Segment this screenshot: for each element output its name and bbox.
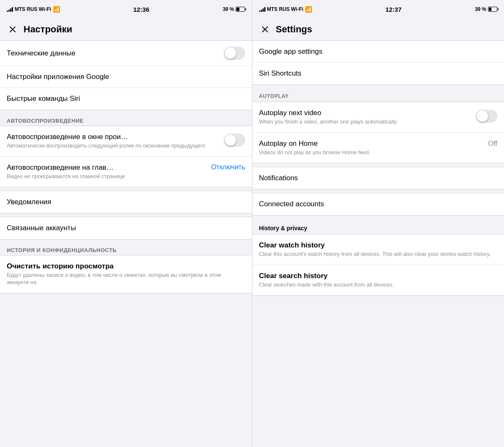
item-title: Технические данные [7,49,76,57]
item-title: Google app settings [259,47,323,56]
list-item[interactable]: Clear watch history Clear this account's… [252,234,504,265]
list-item[interactable]: Настройки приложения Google [0,66,252,88]
right-top-section: Google app settings Siri Shortcuts [252,40,504,85]
left-close-button[interactable] [7,24,18,35]
item-title: Автовоспроизведение на глав… [7,163,113,171]
left-top-section: Технические данные Настройки приложения … [0,40,252,110]
item-title: Настройки приложения Google [7,73,109,81]
list-item[interactable]: Автовоспроизведение на глав… Видео не пр… [0,157,252,187]
right-panel: Settings Google app settings Siri Shortc… [252,18,504,447]
main-panels: Настройки Технические данные Настройки п… [0,18,504,447]
right-history-section: Clear watch history Clear this account's… [252,234,504,296]
item-title: Clear search history [259,272,328,280]
right-carrier: MTS RUS Wi-Fi [267,6,304,12]
connected-label: Связанные аккаунты [7,224,76,232]
technical-toggle[interactable] [224,47,245,60]
item-title: Clear watch history [259,241,325,249]
autoplay-next-toggle[interactable] [476,110,497,123]
left-autoplay-section: Автовоспроизведение в окне прои… Автомат… [0,126,252,187]
item-subtitle: Видео не проигрываются на главной страни… [7,173,206,180]
right-status-bar: MTS RUS Wi-Fi 📶 12:37 39 % [252,0,504,18]
left-notifications-item[interactable]: Уведомления [0,191,252,213]
connected-label: Connected accounts [259,200,324,208]
left-connected-item[interactable]: Связанные аккаунты [0,217,252,239]
item-title: Autoplay on Home [259,139,318,147]
right-history-header: History & privacy [252,219,504,234]
left-carrier: MTS RUS Wi-Fi [15,6,51,12]
item-title: Siri Shortcuts [259,69,302,78]
right-battery-pct: 39 % [475,6,486,12]
list-item[interactable]: Clear search history Clear searches made… [252,265,504,295]
item-subtitle: Clear searches made with this account fr… [259,281,493,289]
right-wifi-icon: 📶 [305,6,312,13]
right-header: Settings [252,18,504,40]
left-panel-title: Настройки [24,24,72,35]
list-item[interactable]: Autoplay next video When you finish a vi… [252,102,504,133]
left-autoplay-header: АВТОВОСПРОИЗВЕДЕНИЕ [0,113,252,126]
right-signal-icon [259,7,265,12]
right-panel-title: Settings [276,24,312,35]
item-title: Autoplay next video [259,109,321,117]
left-battery-pct: 39 % [223,6,234,12]
autoplay-window-toggle[interactable] [224,134,245,147]
status-bars: MTS RUS Wi-Fi 📶 12:36 39 % MTS RUS Wi-Fi… [0,0,504,18]
item-subtitle: When you finish a video, another one pla… [259,118,471,126]
item-subtitle: Будут удалены записи о видео, в том числ… [7,272,240,286]
item-subtitle: Clear this account's watch history from … [259,251,493,258]
right-connected-item[interactable]: Connected accounts [252,193,504,216]
list-item[interactable]: Autoplay on Home Videos do not play as y… [252,133,504,163]
autoplay-home-value: Off [488,139,497,148]
right-close-button[interactable] [259,24,271,35]
autoplay-home-value: Отключить [211,163,245,171]
left-battery-icon [236,7,245,12]
list-item[interactable]: Быстрые команды Siri [0,88,252,110]
list-item[interactable]: Очистить историю просмотра Будут удалены… [0,255,252,293]
item-title: Автовоспроизведение в окне прои… [7,133,128,141]
right-notifications-item[interactable]: Notifications [252,167,504,189]
left-signal-icon [7,7,13,12]
item-title: Очистить историю просмотра [7,262,114,270]
left-history-section: Очистить историю просмотра Будут удалены… [0,255,252,293]
right-battery-icon [488,7,497,12]
right-autoplay-section: Autoplay next video When you finish a vi… [252,102,504,163]
item-subtitle: Videos do not play as you browse Home fe… [259,149,483,156]
right-autoplay-header: AUTOPLAY [252,88,504,102]
right-time: 12:37 [386,6,402,13]
item-subtitle: Автоматически воспроизводить следующий р… [7,142,219,150]
item-title: Быстрые команды Siri [7,95,80,103]
left-time: 12:36 [133,6,149,13]
list-item[interactable]: Google app settings [252,41,504,63]
list-item[interactable]: Технические данные [0,41,252,66]
left-wifi-icon: 📶 [53,6,60,13]
left-history-header: История и конфиденциальность [0,243,252,255]
left-header: Настройки [0,18,252,40]
notifications-label: Notifications [259,174,298,182]
notifications-label: Уведомления [7,198,51,206]
list-item[interactable]: Siri Shortcuts [252,63,504,84]
left-panel: Настройки Технические данные Настройки п… [0,18,252,447]
left-status-bar: MTS RUS Wi-Fi 📶 12:36 39 % [0,0,252,18]
list-item[interactable]: Автовоспроизведение в окне прои… Автомат… [0,126,252,157]
